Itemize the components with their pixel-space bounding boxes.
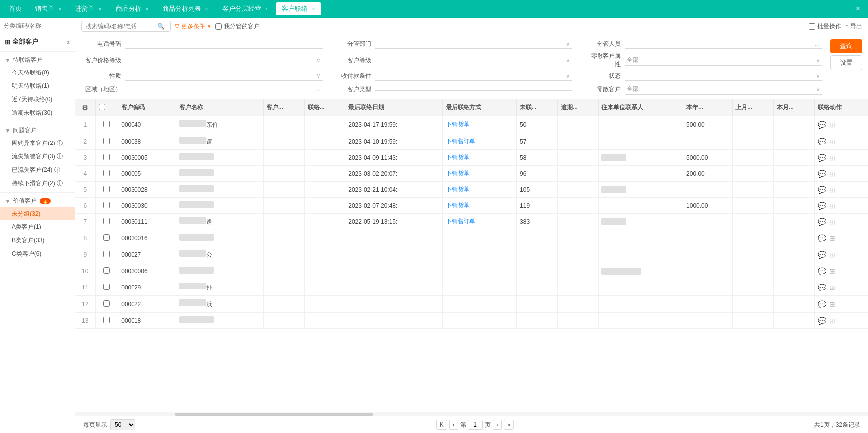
row-checkbox-cell[interactable] (95, 313, 118, 329)
contact-type-link[interactable]: 下销货单 (446, 154, 469, 161)
reset-button[interactable]: 设置 (830, 55, 862, 70)
sidebar-item-ungroups[interactable]: 未分组(32) (0, 207, 75, 220)
row-checkbox-cell[interactable] (95, 263, 118, 279)
apps-icon[interactable]: ⊞ (829, 154, 835, 162)
apps-icon[interactable]: ⊞ (829, 267, 835, 275)
row-checkbox[interactable] (103, 121, 110, 127)
row-checkbox[interactable] (103, 186, 110, 192)
sidebar-item-declining[interactable]: 持续下滑客户(2) ⓘ (0, 177, 75, 190)
apps-icon[interactable]: ⊞ (829, 234, 835, 242)
last-page-button[interactable]: » (504, 420, 514, 430)
row-checkbox-cell[interactable] (95, 230, 118, 246)
row-checkbox[interactable] (103, 267, 110, 274)
sidebar-item-today-pending[interactable]: 今天待联络(0) (0, 66, 75, 79)
contact-type-link[interactable]: 下销售订单 (446, 138, 475, 144)
sidebar-item-overdue-pending[interactable]: 逾期未联络(30) (0, 106, 75, 120)
tab-purchase-order[interactable]: 进货单 × (69, 2, 107, 15)
sidebar-item-lost[interactable]: 已流失客户(24) ⓘ (0, 163, 75, 177)
apps-icon[interactable]: ⊞ (829, 121, 835, 129)
apps-icon[interactable]: ⊞ (829, 218, 835, 226)
filter-select-status[interactable]: ∨ (625, 72, 822, 81)
apps-icon[interactable]: ⊞ (829, 251, 835, 259)
search-button[interactable]: 查询 (830, 39, 862, 53)
filter-select-price-level[interactable]: ∨ (125, 56, 323, 65)
apps-icon[interactable]: ⊞ (829, 186, 835, 194)
apps-icon[interactable]: ⊞ (829, 300, 835, 308)
row-checkbox-cell[interactable] (95, 296, 118, 313)
row-checkbox[interactable] (103, 170, 110, 176)
row-checkbox[interactable] (103, 154, 110, 160)
tab-product-analysis[interactable]: 商品分析 × (110, 2, 154, 15)
last-contact-type[interactable] (442, 230, 516, 246)
row-checkbox[interactable] (103, 138, 110, 144)
sidebar-item-class-b[interactable]: B类客户(33) (0, 234, 75, 247)
sidebar-item-class-c[interactable]: C类客户(6) (0, 247, 75, 261)
last-contact-type[interactable]: 下销货单 (442, 198, 516, 214)
row-checkbox[interactable] (103, 251, 110, 257)
row-checkbox-cell[interactable] (95, 116, 118, 133)
close-product-analysis-list-icon[interactable]: × (205, 6, 208, 12)
more-filter-button[interactable]: ▽ 更多条件 ∧ (175, 22, 211, 31)
last-contact-type[interactable]: 下销货单 (442, 166, 516, 182)
export-button[interactable]: ↑ 导出 (845, 22, 862, 31)
chat-icon[interactable]: 💬 (818, 317, 826, 325)
row-checkbox[interactable] (103, 317, 110, 323)
contact-type-link[interactable]: 下销货单 (446, 202, 469, 209)
last-contact-type[interactable] (442, 263, 516, 279)
row-checkbox[interactable] (103, 284, 110, 290)
contact-type-link[interactable]: 下销货单 (446, 186, 469, 193)
settings-icon[interactable]: ⚙ (82, 104, 88, 112)
row-checkbox[interactable] (103, 234, 110, 241)
last-contact-type[interactable] (442, 313, 516, 329)
last-contact-type[interactable]: 下销货单 (442, 182, 516, 198)
row-checkbox-cell[interactable] (95, 182, 118, 198)
apps-icon[interactable]: ⊞ (829, 284, 835, 291)
sidebar-search-input[interactable] (4, 22, 75, 29)
chat-icon[interactable]: 💬 (818, 267, 826, 275)
row-checkbox-cell[interactable] (95, 246, 118, 263)
filter-select-retail-attr[interactable]: 全部 ∨ (625, 55, 822, 66)
filter-select-cust-type[interactable] (375, 88, 573, 91)
row-checkbox-cell[interactable] (95, 198, 118, 214)
sidebar-item-7day-pending[interactable]: 近7天待联络(0) (0, 93, 75, 106)
tab-customer-contact[interactable]: 客户联络 × (276, 2, 321, 15)
batch-ops-button[interactable]: 批量操作 (809, 22, 841, 31)
last-contact-type[interactable] (442, 246, 516, 263)
close-purchase-order-icon[interactable]: × (98, 6, 101, 12)
chat-icon[interactable]: 💬 (818, 284, 826, 291)
chat-icon[interactable]: 💬 (818, 202, 826, 210)
row-checkbox[interactable] (103, 202, 110, 208)
page-number-input[interactable] (468, 420, 483, 430)
first-page-button[interactable]: K (436, 420, 447, 430)
prev-page-button[interactable]: ‹ (449, 420, 458, 430)
contact-type-link[interactable]: 下销货单 (446, 170, 469, 177)
row-checkbox[interactable] (103, 218, 110, 224)
chat-icon[interactable]: 💬 (818, 234, 826, 242)
row-checkbox-cell[interactable] (95, 279, 118, 296)
apps-icon[interactable]: ⊞ (829, 202, 835, 210)
close-sales-order-icon[interactable]: × (58, 6, 61, 12)
row-checkbox-cell[interactable] (95, 150, 118, 166)
chat-icon[interactable]: 💬 (818, 154, 826, 162)
chat-icon[interactable]: 💬 (818, 186, 826, 194)
horizontal-scrollbar[interactable] (75, 412, 868, 416)
th-settings[interactable]: ⚙ (75, 99, 95, 116)
row-checkbox-cell[interactable] (95, 214, 118, 230)
search-icon[interactable]: 🔍 (157, 23, 165, 30)
next-page-button[interactable]: › (493, 420, 502, 430)
filter-select-dept[interactable]: ∨ (375, 39, 573, 49)
tab-sales-order[interactable]: 销售单 × (29, 2, 67, 15)
search-input[interactable] (86, 23, 155, 30)
my-customer-checkbox[interactable] (215, 23, 222, 30)
row-checkbox-cell[interactable] (95, 166, 118, 182)
close-customer-segment-icon[interactable]: × (265, 6, 268, 12)
contact-type-link[interactable]: 下销货单 (446, 121, 469, 128)
apps-icon[interactable]: ⊞ (829, 170, 835, 178)
th-checkbox[interactable] (95, 99, 118, 116)
collapse-sidebar-icon[interactable]: « (66, 38, 70, 46)
sidebar-item-hoarding-anomaly[interactable]: 囤购异常客户(2) ⓘ (0, 137, 75, 150)
last-contact-type[interactable] (442, 279, 516, 296)
chat-icon[interactable]: 💬 (818, 170, 826, 178)
chat-icon[interactable]: 💬 (818, 300, 826, 308)
last-contact-type[interactable]: 下销货单 (442, 150, 516, 166)
